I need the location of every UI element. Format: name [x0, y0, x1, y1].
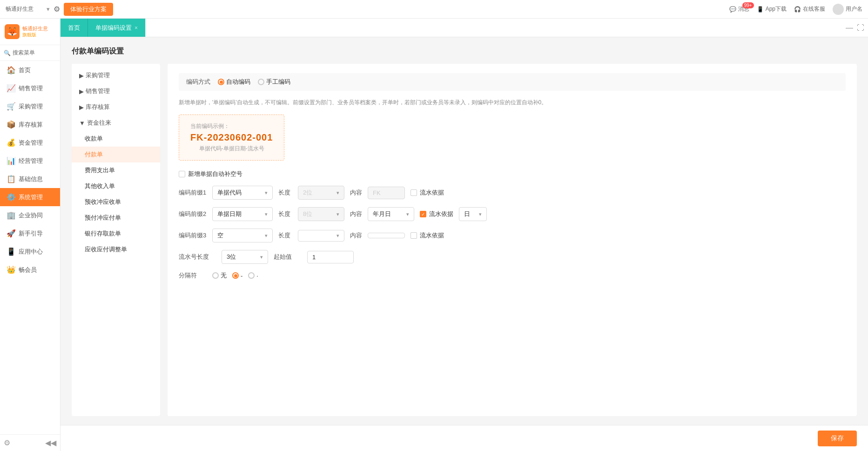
sidebar-item-home[interactable]: 🏠 首页: [0, 61, 60, 79]
example-code: FK-20230602-001: [190, 132, 273, 143]
serial3-checkbox[interactable]: [410, 232, 417, 239]
serial2-checkbox[interactable]: ✓: [420, 211, 426, 217]
avatar: [833, 4, 844, 15]
prefix3-label: 编码前缀3: [179, 231, 207, 240]
service-label: 在线客服: [803, 5, 825, 13]
manual-encode-circle: [258, 79, 264, 85]
tab-encoding-settings[interactable]: 单据编码设置 ×: [88, 19, 146, 37]
footer-settings-icon[interactable]: ⚙: [4, 438, 10, 447]
settings-icon[interactable]: ⚙: [54, 5, 60, 13]
prefix3-value: 空: [217, 231, 223, 240]
tree-item-inventory-mgmt[interactable]: ▶ 库存核算: [72, 99, 160, 115]
length1-select[interactable]: 2位 ▾: [298, 186, 344, 200]
tree-item-expense[interactable]: 费用支出单: [72, 162, 160, 178]
serial1-checkbox[interactable]: [410, 189, 417, 196]
auto-fill-checkbox-row[interactable]: 新增单据自动补空号: [179, 170, 846, 178]
member-icon: 👑: [7, 265, 15, 274]
operations-icon: 📊: [7, 156, 15, 165]
sep-none-circle: [212, 272, 219, 279]
serial2-label: 流水依据: [429, 210, 453, 218]
sidebar-item-basic[interactable]: 📋 基础信息: [0, 170, 60, 188]
encoding-mode-row: 编码方式 自动编码 手工编码: [179, 73, 846, 91]
start-value-input[interactable]: [307, 251, 354, 263]
length3-chevron-icon: ▾: [336, 233, 339, 239]
sidebar-item-purchase[interactable]: 🛒 采购管理: [0, 97, 60, 115]
tree-label-capital: 资金往来: [87, 119, 111, 127]
sidebar-item-inventory[interactable]: 📦 库存核算: [0, 115, 60, 134]
sep-none-label: 无: [221, 271, 227, 280]
search-menu-label: 搜索菜单: [13, 49, 35, 57]
tree-label-bank: 银行存取款单: [85, 229, 121, 238]
sidebar-item-operations[interactable]: 📊 经营管理: [0, 152, 60, 170]
footer-collapse-icon[interactable]: ◀◀: [45, 438, 56, 447]
tab-home[interactable]: 首页: [61, 19, 88, 37]
tab-encoding-label: 单据编码设置: [95, 24, 132, 32]
sidebar-item-member[interactable]: 👑 畅会员: [0, 261, 60, 279]
tab-close-icon[interactable]: ×: [135, 25, 138, 31]
tree-item-capital-flow[interactable]: ▼ 资金往来: [72, 115, 160, 131]
content2-select[interactable]: 年月日 ▾: [368, 207, 414, 221]
serial3-label: 流水依据: [420, 231, 444, 240]
message-count: 99+: [742, 2, 754, 8]
length2-label: 长度: [278, 210, 290, 218]
encoding-radio-group: 自动编码 手工编码: [218, 78, 290, 86]
sep-dot-radio[interactable]: ·: [248, 272, 258, 279]
save-button[interactable]: 保存: [818, 431, 857, 446]
sidebar-item-system[interactable]: ⚙️ 系统管理: [0, 188, 60, 206]
separator-label: 分隔符: [179, 271, 207, 280]
sidebar-item-apps[interactable]: 📱 应用中心: [0, 242, 60, 261]
enterprise-icon: 🏢: [7, 211, 15, 220]
auto-encode-radio[interactable]: 自动编码: [218, 78, 250, 86]
inventory-icon: 📦: [7, 120, 15, 129]
serial2-cycle-select[interactable]: 日 ▾: [459, 207, 487, 221]
prefix1-label: 编码前缀1: [179, 188, 207, 197]
online-service-btn[interactable]: 🎧 在线客服: [794, 5, 825, 13]
serial-length-select[interactable]: 3位 ▾: [222, 250, 268, 264]
serial1-checkbox-row[interactable]: 流水依据: [410, 188, 444, 197]
search-menu-btn[interactable]: 🔍 搜索菜单: [0, 45, 60, 61]
tree-item-payable-adjust[interactable]: 应收应付调整单: [72, 242, 160, 257]
sidebar-logo: 🦊 畅通好生意 旗舰版: [0, 19, 60, 45]
chevron-right-icon3: ▶: [79, 104, 84, 111]
prefix3-chevron-icon: ▾: [265, 233, 268, 239]
sidebar-item-sales[interactable]: 📈 销售管理: [0, 79, 60, 97]
tree-item-prepay-receive[interactable]: 预收冲应收单: [72, 194, 160, 210]
manual-encode-radio[interactable]: 手工编码: [258, 78, 290, 86]
start-value-label: 起始值: [274, 253, 302, 261]
sep-dash-radio[interactable]: -: [232, 272, 242, 279]
tree-item-prepay-pay[interactable]: 预付冲应付单: [72, 210, 160, 226]
tree-item-receipt[interactable]: 收款单: [72, 131, 160, 147]
tree-item-other-income[interactable]: 其他收入单: [72, 178, 160, 194]
app-label: App下载: [766, 5, 787, 13]
auto-fill-checkbox[interactable]: [179, 171, 185, 177]
sidebar-item-enterprise[interactable]: 🏢 企业协同: [0, 206, 60, 224]
sep-none-radio[interactable]: 无: [212, 271, 227, 280]
messages-btn[interactable]: 💬 消息 99+: [729, 5, 749, 13]
auto-fill-label: 新增单据自动补空号: [188, 170, 242, 178]
tree-item-payment[interactable]: 付款单: [72, 147, 160, 162]
minimize-icon[interactable]: —: [846, 24, 853, 32]
chevron-down-icon: ▼: [79, 120, 85, 127]
prefix3-select[interactable]: 空 ▾: [212, 229, 273, 242]
sidebar-item-finance[interactable]: 💰 资金管理: [0, 134, 60, 152]
prefix2-select[interactable]: 单据日期 ▾: [212, 207, 273, 221]
length2-select[interactable]: 8位 ▾: [298, 207, 344, 221]
tree-item-bank-deposit[interactable]: 银行存取款单: [72, 226, 160, 242]
serial2-checkbox-row[interactable]: ✓ 流水依据: [420, 210, 453, 218]
tree-item-sales-mgmt[interactable]: ▶ 销售管理: [72, 83, 160, 99]
content1-value: FK: [373, 189, 381, 196]
length3-select[interactable]: ▾: [298, 230, 344, 242]
serial3-checkbox-row[interactable]: 流水依据: [410, 231, 444, 240]
sep-dot-circle: [248, 272, 255, 279]
explore-btn[interactable]: 体验行业方案: [64, 3, 113, 16]
page-content: 付款单编码设置 ▶ 采购管理 ▶ 销售管理 ▶: [61, 37, 868, 425]
maximize-icon[interactable]: ⛶: [857, 24, 864, 32]
app-download-btn[interactable]: 📱 App下载: [757, 5, 787, 13]
enterprise-label: 企业协同: [19, 211, 43, 220]
dropdown-chevron-icon[interactable]: ▾: [47, 6, 50, 13]
user-avatar-btn[interactable]: 用户名: [833, 4, 862, 15]
sidebar-item-guide[interactable]: 🚀 新手引导: [0, 224, 60, 242]
prefix1-select[interactable]: 单据代码 ▾: [212, 186, 273, 200]
tree-item-purchase-mgmt[interactable]: ▶ 采购管理: [72, 67, 160, 83]
tree-label-expense: 费用支出单: [85, 166, 115, 175]
